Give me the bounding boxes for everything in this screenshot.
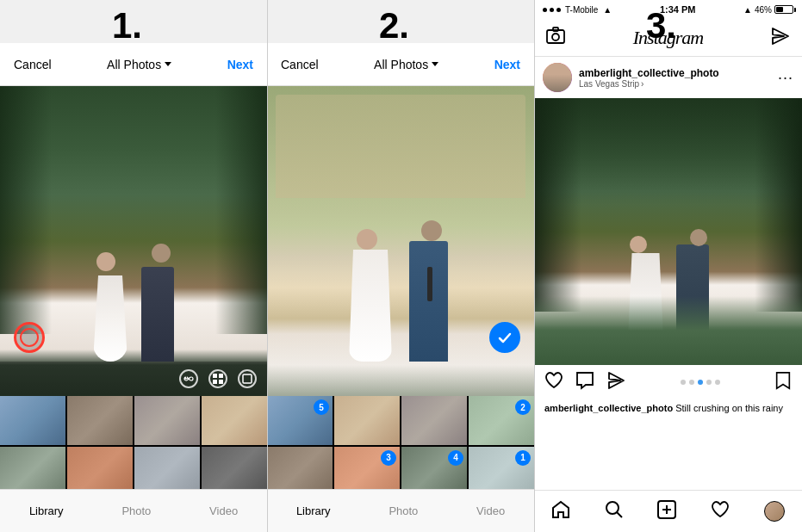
battery-percent: 46%	[755, 5, 772, 15]
divider-2	[534, 0, 535, 532]
ig-home-button[interactable]	[551, 500, 570, 523]
battery-icon	[774, 5, 793, 14]
chevron-down-icon-2	[432, 62, 438, 66]
caption-text: Still crushing on this rainy	[675, 403, 783, 413]
ig-add-button[interactable]	[657, 500, 676, 523]
more-options-button[interactable]: ···	[778, 69, 793, 87]
tab-video-2[interactable]: Video	[476, 504, 505, 517]
step-2-label: 2.	[379, 5, 409, 46]
carrier-text: T-Mobile	[565, 5, 598, 15]
nav-title-text-2: All Photos	[374, 58, 428, 71]
photo-toolbar-1	[0, 362, 267, 396]
dot-5	[715, 380, 720, 385]
grid-icon[interactable]	[208, 369, 227, 388]
svg-rect-0	[213, 374, 217, 378]
grid-cell[interactable]: 4	[401, 447, 467, 496]
grid-cell[interactable]	[202, 396, 267, 445]
ig-activity-button[interactable]	[711, 500, 730, 523]
carousel-dots	[637, 380, 762, 385]
ig-profile-button[interactable]	[764, 501, 785, 522]
bottom-tabs-2: Library Photo Video	[267, 489, 534, 532]
grid-cell[interactable]: 2	[469, 396, 534, 445]
svg-rect-1	[219, 374, 223, 378]
grid-cell[interactable]	[401, 396, 467, 445]
svg-point-8	[606, 502, 619, 514]
grid-cell[interactable]	[134, 396, 200, 445]
comment-button[interactable]	[575, 371, 594, 393]
chevron-down-icon-1	[165, 62, 171, 66]
badge-2: 2	[515, 399, 531, 415]
post-location[interactable]: Las Vegas Strip ›	[579, 79, 771, 89]
main-photo-2	[267, 86, 534, 396]
infinity-icon[interactable]	[179, 369, 198, 388]
nav-title-1[interactable]: All Photos	[107, 58, 171, 71]
status-left: T-Mobile ▲	[543, 5, 612, 15]
photo-grid-2: 5 2 3 4 1	[267, 396, 534, 495]
send-icon[interactable]	[771, 27, 790, 49]
grid-cell[interactable]	[202, 447, 267, 496]
tab-photo[interactable]: Photo	[121, 504, 151, 517]
grid-cell[interactable]: 3	[334, 447, 400, 496]
post-username[interactable]: amberlight_collective_photo	[579, 67, 771, 79]
nav-bar-2: Cancel All Photos Next	[267, 43, 534, 86]
nav-title-text-1: All Photos	[107, 58, 161, 71]
svg-point-6	[552, 34, 559, 40]
signal-dot-2	[550, 8, 554, 12]
grid-cell[interactable]	[0, 447, 65, 496]
phone-screen-2: Cancel All Photos Next	[267, 0, 534, 532]
post-caption: amberlight_collective_photo Still crushi…	[534, 399, 802, 417]
tab-library[interactable]: Library	[29, 504, 64, 517]
post-photo	[534, 98, 802, 365]
tab-video[interactable]: Video	[209, 504, 238, 517]
ig-bottom-nav	[534, 490, 802, 532]
grid-cell[interactable]: 5	[267, 396, 333, 445]
dot-2	[689, 380, 694, 385]
post-actions	[534, 365, 802, 399]
signal-dot-1	[543, 8, 547, 12]
ig-search-button[interactable]	[605, 500, 624, 523]
avatar	[543, 63, 572, 92]
caption-username[interactable]: amberlight_collective_photo	[544, 403, 673, 413]
dot-3	[698, 380, 703, 385]
badge-3: 3	[381, 450, 396, 466]
grid-cell[interactable]	[67, 396, 133, 445]
post-user-info: amberlight_collective_photo Las Vegas St…	[579, 67, 771, 89]
photo-grid-1	[0, 396, 267, 495]
main-photo-1	[0, 86, 267, 396]
next-button-2[interactable]: Next	[494, 58, 520, 71]
step-3-label: 3.	[646, 5, 676, 46]
bottom-tabs-1: Library Photo Video	[0, 489, 267, 532]
phone-screen-1: Cancel All Photos Next	[0, 0, 267, 532]
cancel-button-1[interactable]: Cancel	[14, 58, 52, 71]
select-circle-1[interactable]	[14, 322, 45, 353]
like-button[interactable]	[544, 371, 563, 393]
grid-cell[interactable]	[67, 447, 133, 496]
post-header: amberlight_collective_photo Las Vegas St…	[534, 57, 802, 98]
share-button[interactable]	[606, 371, 625, 393]
svg-rect-4	[243, 374, 252, 383]
phone-screen-3: T-Mobile ▲ 1:34 PM ▲ 46% Instagram	[534, 0, 802, 532]
cancel-button-2[interactable]: Cancel	[281, 58, 319, 71]
tab-library-2[interactable]: Library	[296, 504, 331, 517]
nav-title-2[interactable]: All Photos	[374, 58, 438, 71]
select-circle-2[interactable]	[489, 322, 520, 353]
badge-1: 1	[515, 450, 531, 466]
square-icon[interactable]	[238, 369, 257, 388]
grid-cell[interactable]	[134, 447, 200, 496]
svg-rect-2	[213, 380, 217, 384]
grid-cell[interactable]	[334, 396, 400, 445]
divider-1	[267, 0, 268, 532]
badge-5: 5	[314, 399, 329, 415]
badge-4: 4	[448, 450, 463, 466]
location-arrow-icon: ▲	[743, 5, 752, 15]
svg-rect-7	[553, 28, 558, 31]
dot-4	[706, 380, 712, 385]
signal-dot-3	[556, 8, 561, 12]
grid-cell[interactable]	[0, 396, 65, 445]
grid-cell[interactable]: 1	[469, 447, 534, 496]
next-button-1[interactable]: Next	[227, 58, 253, 71]
camera-icon[interactable]	[546, 26, 565, 50]
tab-photo-2[interactable]: Photo	[389, 504, 418, 517]
grid-cell[interactable]	[267, 447, 333, 496]
bookmark-button[interactable]	[774, 371, 792, 394]
